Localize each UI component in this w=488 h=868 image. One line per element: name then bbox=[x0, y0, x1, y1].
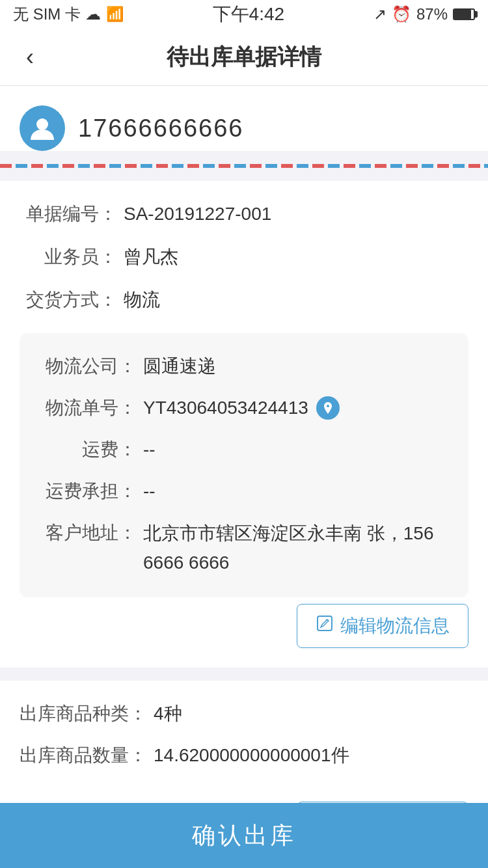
order-no-value: SA-20191227-001 bbox=[124, 200, 468, 228]
tracking-value: YT43064053424413 bbox=[143, 394, 449, 422]
tracking-row: 物流单号： YT43064053424413 bbox=[39, 394, 449, 422]
order-no-row: 单据编号： SA-20191227-001 bbox=[20, 200, 468, 228]
logistics-company-row: 物流公司： 圆通速递 bbox=[39, 353, 449, 380]
delivery-value: 物流 bbox=[124, 286, 468, 314]
salesperson-value: 曾凡杰 bbox=[124, 243, 468, 271]
dashed-divider bbox=[0, 164, 488, 168]
freight-bear-value: -- bbox=[143, 478, 449, 505]
basic-info-card: 单据编号： SA-20191227-001 业务员： 曾凡杰 交货方式： 物流 bbox=[0, 181, 488, 333]
wifi-icon: 📶 bbox=[106, 6, 124, 23]
salesperson-label: 业务员： bbox=[20, 243, 124, 271]
battery-level: 87% bbox=[416, 5, 448, 23]
product-types-value: 4种 bbox=[154, 700, 468, 727]
freight-value: -- bbox=[143, 436, 449, 463]
alarm-icon: ⏰ bbox=[392, 5, 411, 23]
freight-bear-row: 运费承担： -- bbox=[39, 478, 449, 505]
edit-btn-row: 编辑物流信息 bbox=[0, 604, 488, 668]
location-status-icon: ↗ bbox=[373, 5, 386, 23]
delivery-row: 交货方式： 物流 bbox=[20, 286, 468, 314]
address-label: 客户地址： bbox=[39, 519, 143, 547]
logistics-card: 物流公司： 圆通速递 物流单号： YT43064053424413 运费： -- bbox=[20, 333, 468, 597]
section-divider-1 bbox=[0, 668, 488, 681]
freight-bear-label: 运费承担： bbox=[39, 478, 143, 505]
edit-icon bbox=[316, 614, 334, 637]
sim-status: 无 SIM 卡 ☁ bbox=[13, 4, 101, 25]
product-quantity-label: 出库商品数量： bbox=[20, 742, 154, 769]
confirm-btn-wrap: 确认出库 bbox=[0, 803, 488, 868]
product-types-label: 出库商品种类： bbox=[20, 700, 154, 727]
address-value: 北京市市辖区海淀区永丰南 张，156 6666 6666 bbox=[143, 519, 449, 578]
person-icon bbox=[28, 114, 57, 142]
edit-logistics-button[interactable]: 编辑物流信息 bbox=[297, 604, 468, 648]
back-button[interactable]: ‹ bbox=[20, 37, 40, 77]
page-title: 待出库单据详情 bbox=[167, 42, 321, 72]
content: 17666666666 单据编号： SA-20191227-001 业务员： 曾… bbox=[0, 86, 488, 868]
order-no-label: 单据编号： bbox=[20, 200, 124, 228]
freight-label: 运费： bbox=[39, 436, 143, 463]
salesperson-row: 业务员： 曾凡杰 bbox=[20, 243, 468, 271]
battery-icon bbox=[453, 8, 475, 20]
product-types-row: 出库商品种类： 4种 bbox=[20, 700, 468, 727]
svg-rect-1 bbox=[318, 616, 332, 631]
map-pin-icon[interactable] bbox=[316, 396, 340, 420]
product-quantity-row: 出库商品数量： 14.620000000000001件 bbox=[20, 742, 468, 769]
nav-bar: ‹ 待出库单据详情 bbox=[0, 29, 488, 86]
status-bar: 无 SIM 卡 ☁ 📶 下午4:42 ↗ ⏰ 87% bbox=[0, 0, 488, 29]
address-row: 客户地址： 北京市市辖区海淀区永丰南 张，156 6666 6666 bbox=[39, 519, 449, 578]
logistics-company-value: 圆通速递 bbox=[143, 353, 449, 380]
customer-phone: 17666666666 bbox=[78, 115, 243, 142]
status-left: 无 SIM 卡 ☁ 📶 bbox=[13, 4, 124, 25]
confirm-outbound-button[interactable]: 确认出库 bbox=[192, 820, 296, 852]
svg-point-0 bbox=[36, 118, 48, 130]
product-quantity-value: 14.620000000000001件 bbox=[154, 742, 468, 769]
edit-logistics-label: 编辑物流信息 bbox=[340, 614, 450, 638]
delivery-label: 交货方式： bbox=[20, 286, 124, 314]
tracking-label: 物流单号： bbox=[39, 394, 143, 422]
product-section: 出库商品种类： 4种 出库商品数量： 14.620000000000001件 bbox=[0, 681, 488, 789]
avatar bbox=[20, 105, 65, 151]
status-right: ↗ ⏰ 87% bbox=[373, 5, 475, 23]
logistics-company-label: 物流公司： bbox=[39, 353, 143, 380]
logistics-section: 物流公司： 圆通速递 物流单号： YT43064053424413 运费： -- bbox=[0, 333, 488, 668]
freight-row: 运费： -- bbox=[39, 436, 449, 463]
status-time: 下午4:42 bbox=[213, 2, 285, 27]
phone-section: 17666666666 bbox=[0, 86, 488, 151]
